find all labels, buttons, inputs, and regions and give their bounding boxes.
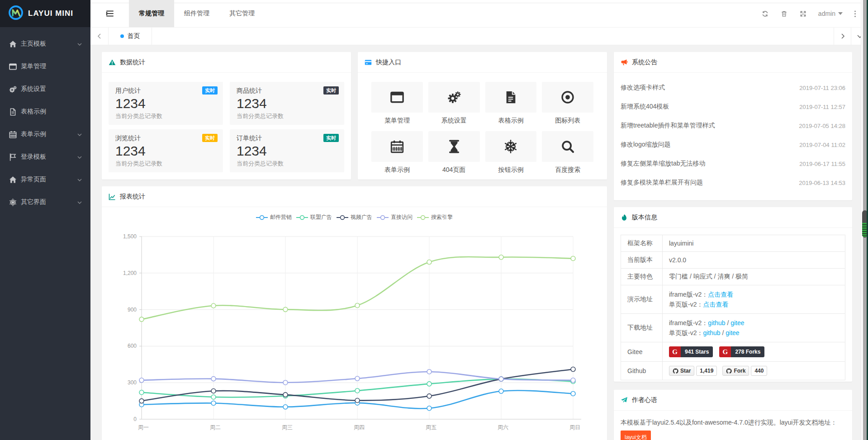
username: admin (818, 10, 835, 17)
version-link[interactable]: github (708, 319, 725, 326)
app-root: LAYUI MINI 主页模板 菜单管理 系统设置 表格示例 表单示例 登录模板… (0, 0, 868, 440)
announcement-row-0: 修改选项卡样式 2019-07-11 23:06 (621, 78, 845, 97)
hourglass-icon (447, 140, 461, 153)
file-solid-icon (504, 90, 517, 104)
quick-entry-3[interactable]: 图标列表 (542, 82, 593, 125)
window-icon (9, 63, 17, 71)
module-tab-2[interactable]: 其它管理 (219, 0, 265, 27)
legend-marker-icon (417, 215, 429, 220)
quick-entry-7[interactable]: 百度搜索 (542, 131, 593, 174)
calendar-icon (9, 131, 17, 138)
github-star-button[interactable]: Star (669, 366, 694, 376)
legend-marker-icon (377, 215, 389, 220)
realtime-badge: 实时 (323, 86, 339, 95)
legend-item-4[interactable]: 搜索引擎 (417, 213, 453, 221)
caret-down-icon (838, 11, 843, 16)
flag-icon (9, 153, 17, 161)
sidebar-toggle-icon[interactable] (90, 0, 129, 27)
sidebar-item-3[interactable]: 表格示例 (0, 100, 90, 123)
chart-legend: 邮件营销 联盟广告 视频广告 直接访问 搜索引擎 (109, 213, 600, 221)
stat-value: 1234 (115, 143, 216, 159)
sidebar-item-6[interactable]: 异常页面 (0, 168, 90, 191)
user-menu[interactable]: admin (813, 10, 848, 17)
quick-entry-4[interactable]: 表单示例 (371, 131, 423, 174)
quick-entry-2[interactable]: 表格示例 (485, 82, 537, 125)
github-widget: Fork440 (722, 366, 767, 376)
trash-icon[interactable] (775, 0, 794, 27)
quick-entry-6[interactable]: 按钮示例 (485, 131, 537, 174)
header-module-tabs: 常规管理组件管理其它管理 (129, 0, 265, 27)
dot-circle-icon (561, 90, 574, 104)
module-tab-1[interactable]: 组件管理 (174, 0, 219, 27)
sidebar-item-2[interactable]: 系统设置 (0, 78, 90, 100)
announcement-row-2: 新增treetable插件和菜单管理样式 2019-07-05 14:28 (621, 116, 845, 135)
legend-item-0[interactable]: 邮件营销 (256, 213, 292, 221)
version-link[interactable]: gitee (726, 329, 739, 336)
gitee-badge[interactable]: G278 Forks (719, 346, 764, 357)
announcement-row-3: 修改logo缩放问题 2019-07-04 11:02 (621, 135, 845, 154)
quick-entry-0[interactable]: 菜单管理 (371, 82, 423, 125)
legend-item-3[interactable]: 直接访问 (377, 213, 413, 221)
github-mark-icon (673, 368, 678, 374)
svg-text:1,500: 1,500 (123, 233, 137, 240)
version-link[interactable]: 点击查看 (703, 301, 728, 308)
chevron-down-icon (77, 41, 82, 47)
stat-value: 1234 (237, 143, 337, 159)
github-widget: Star1,419 (669, 366, 717, 376)
announcement-row-1: 新增系统404模板 2019-07-11 12:57 (621, 97, 845, 116)
announcement-row-5: 修复多模块菜单栏展开有问题 2019-06-13 14:53 (621, 173, 845, 192)
chart-card-title: 报表统计 (120, 193, 145, 201)
warning-triangle-icon (109, 59, 116, 66)
stat-box-0: 用户统计 实时 1234 当前分类总记录数 (109, 82, 223, 125)
quick-entry-5[interactable]: 404页面 (428, 131, 480, 174)
sidebar-item-0[interactable]: 主页模板 (0, 33, 90, 55)
module-tab-0[interactable]: 常规管理 (129, 0, 174, 27)
version-link[interactable]: 点击查看 (708, 291, 733, 298)
legend-item-2[interactable]: 视频广告 (337, 213, 372, 221)
tabs-scroll-right-icon[interactable] (834, 28, 851, 45)
version-table: 框架名称layuimini当前版本v2.0.0主要特色零门槛 / 响应式 / 清… (621, 235, 845, 380)
layui-mini-logo-icon (8, 5, 24, 22)
snowflake-icon (504, 140, 517, 153)
announcement-row-4: 修复左侧菜单缩放tab无法移动 2019-06-17 11:55 (621, 154, 845, 173)
tabs-scroll-left-icon[interactable] (90, 28, 109, 45)
window-icon (390, 90, 404, 104)
stat-value: 1234 (115, 96, 216, 111)
calendar-icon (390, 140, 404, 153)
svg-text:周三: 周三 (282, 424, 293, 431)
svg-text:300: 300 (128, 379, 137, 386)
github-count[interactable]: 440 (751, 366, 767, 376)
tab-home[interactable]: 首页 (109, 28, 152, 45)
svg-text:周五: 周五 (426, 424, 436, 431)
sidebar-item-7[interactable]: 其它界面 (0, 191, 90, 213)
stat-box-3: 订单统计 实时 1234 当前分类总记录数 (230, 129, 344, 172)
gitee-badge[interactable]: G941 Stars (669, 346, 713, 357)
version-row-3: 演示地址iframe版-v2：点击查看单页版-v2：点击查看 (621, 285, 845, 314)
more-vertical-icon[interactable] (848, 0, 862, 27)
svg-text:600: 600 (128, 343, 137, 349)
version-link[interactable]: gitee (730, 319, 744, 326)
stat-box-2: 浏览统计 实时 1234 当前分类总记录数 (109, 129, 223, 172)
refresh-icon[interactable] (756, 0, 775, 27)
legend-marker-icon (256, 215, 268, 220)
search-icon (561, 140, 574, 153)
quick-card-title: 快捷入口 (376, 58, 401, 66)
sidebar-item-1[interactable]: 菜单管理 (0, 55, 90, 78)
layui-doc-button[interactable]: layui文档 (621, 431, 651, 440)
legend-item-1[interactable]: 联盟广告 (296, 213, 332, 221)
github-count[interactable]: 1,419 (696, 366, 717, 376)
content: 数据统计 用户统计 实时 1234 当前分类总记录数商品统计 实时 1234 当… (90, 45, 868, 440)
stats-card-title: 数据统计 (120, 58, 145, 66)
sidebar-item-4[interactable]: 表单示例 (0, 123, 90, 146)
paper-plane-icon (621, 397, 628, 404)
logo[interactable]: LAYUI MINI (0, 0, 90, 27)
svg-text:周四: 周四 (354, 424, 365, 431)
version-link[interactable]: github (703, 329, 720, 336)
tab-home-label: 首页 (128, 32, 140, 40)
sidebar-item-5[interactable]: 登录模板 (0, 146, 90, 168)
tabbar: 首页 (90, 27, 868, 45)
svg-text:周日: 周日 (569, 424, 580, 431)
fullscreen-icon[interactable] (794, 0, 813, 27)
quick-entry-1[interactable]: 系统设置 (428, 82, 480, 125)
github-fork-button[interactable]: Fork (722, 366, 749, 376)
